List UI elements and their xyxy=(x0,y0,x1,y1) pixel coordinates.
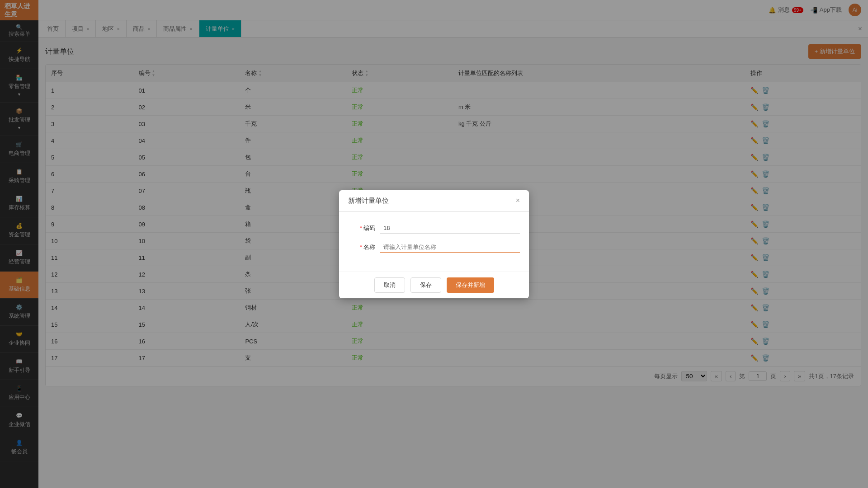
modal-close-button[interactable]: × xyxy=(516,197,520,205)
code-input[interactable] xyxy=(380,223,520,234)
modal-header: 新增计量单位 × xyxy=(339,190,529,212)
name-label: 名称 xyxy=(348,243,375,251)
code-label: 编码 xyxy=(348,224,375,232)
modal-footer: 取消 保存 保存并新增 xyxy=(339,272,529,298)
name-input[interactable] xyxy=(380,242,520,253)
form-row-name: 名称 xyxy=(348,242,520,253)
form-row-code: 编码 xyxy=(348,223,520,234)
save-and-new-button[interactable]: 保存并新增 xyxy=(447,277,494,293)
modal-body: 编码 名称 xyxy=(339,212,529,272)
modal-overlay[interactable]: 新增计量单位 × 编码 名称 取消 保存 保存并新增 xyxy=(0,0,868,488)
save-button[interactable]: 保存 xyxy=(410,277,441,293)
add-unit-modal: 新增计量单位 × 编码 名称 取消 保存 保存并新增 xyxy=(339,190,529,298)
cancel-button[interactable]: 取消 xyxy=(374,277,405,293)
modal-title: 新增计量单位 xyxy=(348,197,389,205)
